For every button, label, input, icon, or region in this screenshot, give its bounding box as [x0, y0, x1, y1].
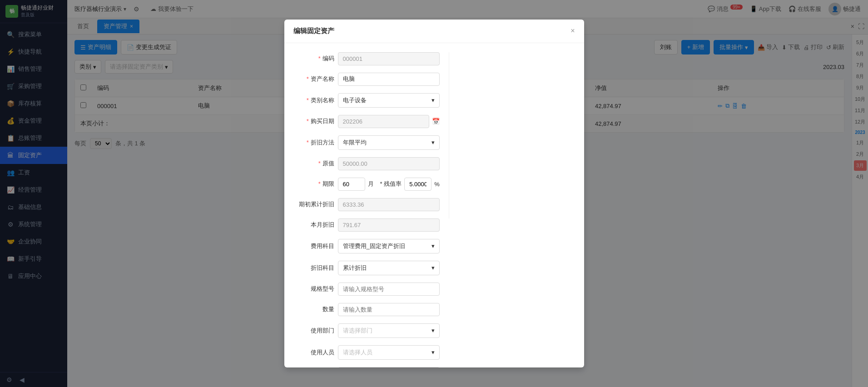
- calendar-icon[interactable]: 📅: [432, 118, 440, 125]
- department-dropdown-icon: ▾: [432, 327, 435, 334]
- department-placeholder: 请选择部门: [343, 327, 372, 335]
- form-row-period: 期限 月 * 残值率 %: [298, 178, 440, 191]
- category-value: 电子设备: [343, 96, 367, 104]
- period-group: 月 * 残值率 %: [338, 178, 440, 191]
- category-label: 类别名称: [298, 96, 334, 104]
- expense-subject-label: 费用科目: [298, 242, 334, 250]
- initial-depreciation-label: 期初累计折旧: [298, 200, 334, 208]
- modal-header: 编辑固定资产 ×: [284, 20, 584, 43]
- form-row-depreciation-subject: 折旧科目 累计折旧 ▾: [298, 261, 440, 275]
- code-input[interactable]: [338, 52, 440, 65]
- user-placeholder: 请选择人员: [343, 348, 372, 357]
- modal-right-col: 本月折旧 费用科目 管理费用_固定资产折旧 ▾ 折旧科目 累计折旧: [293, 218, 444, 368]
- original-value-input[interactable]: [338, 157, 440, 170]
- period-input[interactable]: [338, 178, 365, 191]
- form-row-code: 编码: [298, 52, 440, 65]
- monthly-depreciation-input[interactable]: [338, 218, 440, 232]
- form-row-monthly-depreciation: 本月折旧: [298, 218, 440, 232]
- modal-overlay: 编辑固定资产 × 编码 资产名称 类别名称: [0, 0, 868, 387]
- modal-left-col: 编码 资产名称 类别名称 电子设备 ▾: [293, 52, 444, 218]
- form-row-asset-name: 资产名称: [298, 73, 440, 86]
- location-input[interactable]: [338, 367, 440, 368]
- code-label: 编码: [298, 55, 334, 63]
- depreciation-subject-select[interactable]: 累计折旧 ▾: [338, 261, 440, 275]
- category-dropdown-icon: ▾: [432, 97, 435, 104]
- period-label: 期限: [298, 180, 334, 188]
- original-value-label: 原值: [298, 159, 334, 168]
- purchase-date-label: 购买日期: [298, 117, 334, 125]
- user-dropdown-icon: ▾: [432, 349, 435, 356]
- residual-rate-label: * 残值率: [380, 180, 402, 188]
- depreciation-method-label: 折旧方法: [298, 139, 334, 147]
- asset-name-input[interactable]: [338, 73, 440, 86]
- depreciation-subject-value: 累计折旧: [343, 264, 367, 272]
- form-row-spec: 规格型号: [298, 283, 440, 296]
- depreciation-subject-dropdown-icon: ▾: [432, 264, 435, 271]
- modal-close-btn[interactable]: ×: [570, 27, 575, 35]
- department-label: 使用部门: [298, 327, 334, 335]
- depreciation-method-value: 年限平均: [343, 139, 367, 147]
- depreciation-method-select[interactable]: 年限平均 ▾: [338, 135, 440, 150]
- quantity-label: 数量: [298, 305, 334, 313]
- user-select[interactable]: 请选择人员 ▾: [338, 345, 440, 360]
- form-row-initial-depreciation: 期初累计折旧: [298, 198, 440, 211]
- quantity-input[interactable]: [338, 303, 440, 316]
- edit-asset-modal: 编辑固定资产 × 编码 资产名称 类别名称: [284, 20, 584, 368]
- form-row-original-value: 原值: [298, 157, 440, 170]
- form-row-expense-subject: 费用科目 管理费用_固定资产折旧 ▾: [298, 239, 440, 253]
- form-row-depreciation-method: 折旧方法 年限平均 ▾: [298, 135, 440, 150]
- modal-title: 编辑固定资产: [293, 27, 334, 35]
- modal-body: 编码 资产名称 类别名称 电子设备 ▾: [284, 43, 584, 368]
- form-row-category: 类别名称 电子设备 ▾: [298, 93, 440, 108]
- spec-label: 规格型号: [298, 285, 334, 293]
- modal-divider: [449, 52, 449, 218]
- expense-subject-select[interactable]: 管理费用_固定资产折旧 ▾: [338, 239, 440, 253]
- depreciation-method-dropdown-icon: ▾: [432, 139, 435, 146]
- depreciation-subject-label: 折旧科目: [298, 264, 334, 272]
- expense-subject-value: 管理费用_固定资产折旧: [343, 242, 405, 250]
- form-row-purchase-date: 购买日期 📅: [298, 115, 440, 128]
- user-label: 使用人员: [298, 348, 334, 357]
- initial-depreciation-input[interactable]: [338, 198, 440, 211]
- residual-rate-unit: %: [434, 181, 440, 188]
- form-row-department: 使用部门 请选择部门 ▾: [298, 323, 440, 338]
- form-row-quantity: 数量: [298, 303, 440, 316]
- residual-rate-input[interactable]: [404, 178, 432, 191]
- spec-input[interactable]: [338, 283, 440, 296]
- period-unit: 月: [368, 180, 374, 188]
- monthly-depreciation-label: 本月折旧: [298, 221, 334, 229]
- form-row-location: 存放地点: [298, 367, 440, 368]
- purchase-date-input[interactable]: [338, 115, 429, 128]
- modal-grid: 编码 资产名称 类别名称 电子设备 ▾: [293, 52, 575, 368]
- purchase-date-group: 📅: [338, 115, 440, 128]
- asset-name-label: 资产名称: [298, 75, 334, 83]
- department-select[interactable]: 请选择部门 ▾: [338, 323, 440, 338]
- category-select[interactable]: 电子设备 ▾: [338, 93, 440, 108]
- expense-subject-dropdown-icon: ▾: [432, 243, 435, 249]
- form-row-user: 使用人员 请选择人员 ▾: [298, 345, 440, 360]
